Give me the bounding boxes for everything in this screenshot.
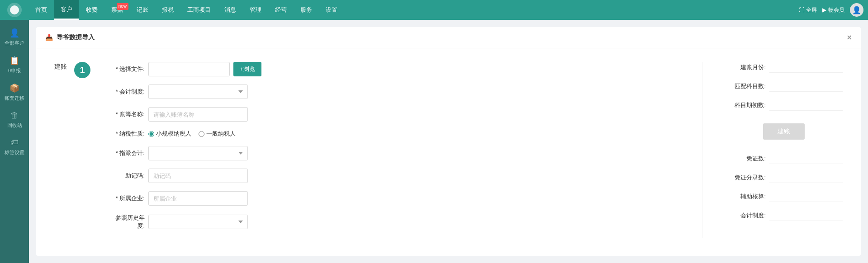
- history-year-label: 参照历史年度:: [109, 214, 145, 230]
- panel-header: 📥 导爷数据导入 ×: [36, 27, 861, 48]
- info-accounting-system-row: 会计制度:: [725, 210, 843, 221]
- file-input[interactable]: [148, 62, 230, 76]
- nav-item-manage[interactable]: 管理: [243, 0, 268, 20]
- ledger-name-row: * 账簿名称:: [109, 107, 679, 122]
- page-panel: 📥 导爷数据导入 × 建账 1 * 选择文件: +浏览: [36, 27, 861, 256]
- info-entries-row: 凭证分录数:: [725, 172, 843, 183]
- sidebar-item-all-customers[interactable]: 👤 全部客户: [0, 24, 29, 50]
- info-initial-value: [769, 100, 843, 111]
- accountant-label: * 指派会计:: [109, 149, 145, 157]
- fullscreen-btn[interactable]: ⛶ 全屏: [799, 6, 817, 14]
- tax-type-label: * 纳税性质:: [109, 130, 145, 138]
- browse-button[interactable]: +浏览: [233, 62, 261, 76]
- accounting-system-row: * 会计制度:: [109, 85, 679, 99]
- accountant-select[interactable]: [148, 146, 248, 160]
- info-month-value: [769, 62, 843, 73]
- sidebar-label-tags: 标签设置: [5, 149, 24, 156]
- import-icon: 📥: [45, 34, 53, 41]
- info-auxiliary-row: 辅助核算:: [725, 191, 843, 202]
- nav-item-customer[interactable]: 客户: [54, 0, 79, 20]
- info-auxiliary-value: [769, 191, 843, 202]
- tax-general-label: 一般纳税人: [206, 130, 236, 138]
- member-btn[interactable]: ▶ 畅会员: [822, 6, 844, 14]
- file-row: * 选择文件: +浏览: [109, 62, 679, 76]
- declaration-icon: 📋: [9, 56, 19, 66]
- tax-small-option[interactable]: 小规模纳税人: [148, 130, 191, 138]
- info-voucher-label: 凭证数:: [725, 155, 766, 163]
- sidebar-label-customers: 全部客户: [5, 40, 24, 47]
- sidebar-item-recycle[interactable]: 🗑 回收站: [0, 107, 29, 132]
- nav-item-tax[interactable]: 报税: [156, 0, 180, 20]
- tax-general-radio[interactable]: [199, 131, 204, 137]
- enterprise-label: * 所属企业:: [109, 194, 145, 202]
- history-year-select[interactable]: [148, 215, 248, 229]
- enterprise-input[interactable]: [148, 191, 248, 206]
- accounting-system-label: * 会计制度:: [109, 88, 145, 96]
- memo-row: 助记码:: [109, 169, 679, 183]
- info-entries-value: [769, 172, 843, 183]
- nav-item-invoice[interactable]: 票据 new: [105, 0, 129, 20]
- sidebar-item-migration[interactable]: 📦 账套迁移: [0, 80, 29, 105]
- top-nav: 首页 客户 收费 票据 new 记账 报税 工商项目 消息 管理 经营 服务 设…: [0, 0, 868, 20]
- tax-type-row: * 纳税性质: 小规模纳税人 一般纳税人: [109, 130, 679, 138]
- ledger-name-label: * 账簿名称:: [109, 110, 145, 118]
- nav-item-bookkeeping[interactable]: 记账: [130, 0, 155, 20]
- sidebar-item-tags[interactable]: 🏷 标签设置: [0, 134, 29, 160]
- memo-input[interactable]: [148, 169, 248, 183]
- migration-icon: 📦: [9, 83, 19, 93]
- tags-icon: 🏷: [10, 138, 19, 147]
- tax-small-radio[interactable]: [148, 131, 154, 137]
- nav-items: 首页 客户 收费 票据 new 记账 报税 工商项目 消息 管理 经营 服务 设…: [29, 0, 799, 20]
- recycle-icon: 🗑: [10, 111, 19, 120]
- close-button[interactable]: ×: [847, 33, 852, 42]
- nav-item-fee[interactable]: 收费: [80, 0, 104, 20]
- memo-label: 助记码:: [109, 172, 145, 180]
- sidebar-item-declaration[interactable]: 📋 0申报: [0, 52, 29, 78]
- tax-general-option[interactable]: 一般纳税人: [199, 130, 236, 138]
- step-label: 建账: [54, 63, 67, 71]
- info-match-row: 匹配科目数:: [725, 81, 843, 92]
- sidebar-label-migration: 账套迁移: [5, 95, 24, 102]
- nav-right: ⛶ 全屏 ▶ 畅会员 👤: [799, 3, 863, 17]
- avatar-icon: 👤: [852, 6, 861, 14]
- enterprise-row: * 所属企业:: [109, 191, 679, 206]
- file-label: * 选择文件:: [109, 65, 145, 73]
- new-badge: new: [117, 3, 128, 10]
- info-match-value: [769, 81, 843, 92]
- info-voucher-row: 凭证数:: [725, 153, 843, 164]
- content-area: 📥 导爷数据导入 × 建账 1 * 选择文件: +浏览: [29, 20, 868, 263]
- section-divider: [702, 62, 702, 238]
- nav-item-home[interactable]: 首页: [29, 0, 53, 20]
- accountant-row: * 指派会计:: [109, 146, 679, 160]
- accounting-system-select[interactable]: [148, 85, 248, 99]
- nav-item-service[interactable]: 服务: [294, 0, 318, 20]
- info-voucher-value: [769, 153, 843, 164]
- history-year-row: 参照历史年度:: [109, 214, 679, 230]
- fullscreen-icon: ⛶: [799, 7, 804, 13]
- info-accounting-system-label: 会计制度:: [725, 211, 766, 220]
- member-icon: ▶: [822, 7, 826, 13]
- info-month-label: 建账月份:: [725, 63, 766, 71]
- ledger-name-input[interactable]: [148, 107, 248, 122]
- nav-item-operation[interactable]: 经营: [269, 0, 293, 20]
- info-initial-label: 科目期初数:: [725, 101, 766, 109]
- info-match-label: 匹配科目数:: [725, 82, 766, 90]
- app-logo: [5, 0, 24, 20]
- sidebar: 👤 全部客户 📋 0申报 📦 账套迁移 🗑 回收站 🏷 标签设置: [0, 20, 29, 263]
- form-content: 建账 1 * 选择文件: +浏览 * 会计制度:: [36, 48, 861, 252]
- info-accounting-system-value: [769, 210, 843, 221]
- info-month-row: 建账月份:: [725, 62, 843, 73]
- build-account-button[interactable]: 建账: [763, 123, 805, 140]
- info-section: 建账月份: 匹配科目数: 科目期初数: 建账 凭证: [725, 62, 843, 238]
- info-auxiliary-label: 辅助核算:: [725, 193, 766, 201]
- info-initial-row: 科目期初数:: [725, 100, 843, 111]
- nav-item-settings[interactable]: 设置: [319, 0, 344, 20]
- step-indicator: 建账 1: [54, 62, 90, 238]
- sidebar-label-declaration: 0申报: [8, 67, 21, 74]
- customers-icon: 👤: [9, 28, 19, 38]
- info-entries-label: 凭证分录数:: [725, 174, 766, 182]
- avatar[interactable]: 👤: [850, 3, 863, 17]
- step-circle: 1: [74, 62, 90, 78]
- nav-item-message[interactable]: 消息: [218, 0, 242, 20]
- nav-item-business[interactable]: 工商项目: [181, 0, 217, 20]
